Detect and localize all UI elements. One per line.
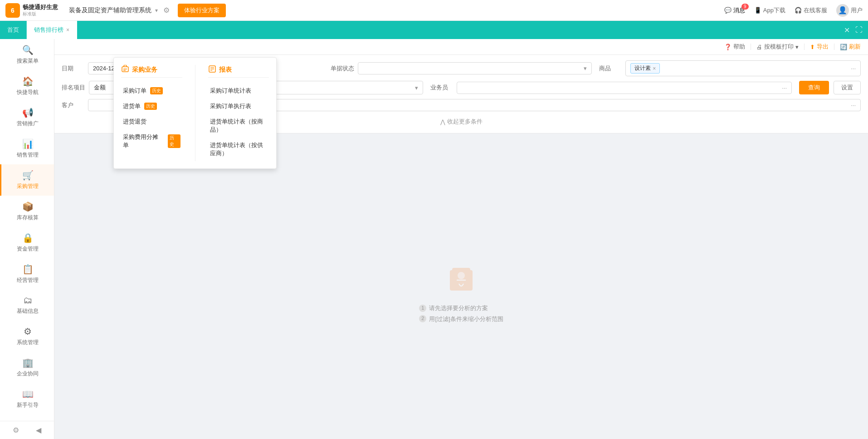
svg-text:6: 6 (11, 7, 15, 14)
operation-icon: 📋 (22, 264, 34, 275)
top-header: 6 畅捷通好生意 标准版 装备及固定资产辅助管理系统 ▾ ⚙ 体验行业方案 💬 … (0, 0, 868, 21)
inventory-icon: 📦 (22, 201, 34, 212)
settings-icon[interactable]: ⚙ (163, 6, 170, 15)
sidebar-item-purchase[interactable]: 🛒 采购管理 (0, 164, 54, 196)
dropdown-order-stat[interactable]: 采购订单统计表 (208, 83, 269, 99)
sidebar-item-sales[interactable]: 📊 销售管理 (0, 133, 54, 164)
phone-icon: 📱 (754, 7, 761, 14)
message-icon: 💬 (724, 7, 731, 14)
sidebar-item-finance[interactable]: 🔒 资金管理 (0, 227, 54, 258)
print-button[interactable]: 🖨 按模板打印 ▾ (756, 43, 799, 51)
dropdown-order-exec[interactable]: 采购订单执行表 (208, 99, 269, 114)
report-col-icon (208, 65, 216, 74)
avatar: 👤 (836, 4, 849, 17)
purchase-col-title: 采购业务 (121, 65, 182, 78)
dropdown-cost[interactable]: 采购费用分摊单 历史 (121, 129, 182, 153)
close-tab-button[interactable]: ✕ (842, 24, 852, 36)
sidebar-item-quick-nav[interactable]: 🏠 快捷导航 (0, 70, 54, 102)
system-title: 装备及固定资产辅助管理系统 ▾ ⚙ 体验行业方案 (69, 4, 724, 17)
sales-icon: 📊 (22, 138, 34, 149)
marketing-icon: 📢 (22, 107, 34, 118)
sidebar-item-system[interactable]: ⚙ 系统管理 (0, 321, 54, 352)
finance-icon: 🔒 (22, 232, 34, 243)
message-area[interactable]: 💬 消息 9 (724, 6, 745, 15)
logo-text: 畅捷通好生意 标准版 (23, 4, 58, 17)
print-arrow-icon: ▾ (795, 44, 799, 50)
report-col-title: 报表 (208, 65, 269, 78)
dropdown-return[interactable]: 进货退货 (121, 114, 182, 129)
help-icon: ❓ (724, 44, 731, 50)
logo-area: 6 畅捷通好生意 标准版 (5, 3, 60, 18)
dropdown-menu: 采购业务 采购订单 历史 进货单 历史 进货退货 (113, 57, 277, 169)
refresh-button[interactable]: 🔄 刷新 (840, 43, 861, 51)
dropdown-incoming-stat-supplier[interactable]: 进货单统计表（按供应商） (208, 138, 269, 161)
toolbar-divider (751, 44, 751, 50)
home-icon: 🏠 (22, 76, 34, 87)
tab-sales-rank[interactable]: 销售排行榜 × (27, 21, 77, 39)
header-right: 💬 消息 9 📱 App下载 🎧 在线客服 👤 用户 (724, 4, 863, 17)
tab-home[interactable]: 首页 (0, 21, 27, 39)
toolbar-divider3 (834, 44, 834, 50)
main-layout: 🔍 搜索菜单 🏠 快捷导航 📢 营销推广 📊 销售管理 🛒 采购管理 📦 库存核… (0, 39, 868, 439)
export-button[interactable]: ⬆ 导出 (810, 43, 829, 51)
fullscreen-button[interactable]: ⛶ (853, 24, 864, 36)
sidebar-bottom: ⚙ ◀ (0, 421, 54, 439)
guide-icon: 📖 (22, 389, 34, 400)
refresh-icon: 🔄 (840, 44, 847, 50)
sidebar: 🔍 搜索菜单 🏠 快捷导航 📢 营销推广 📊 销售管理 🛒 采购管理 📦 库存核… (0, 39, 54, 439)
sidebar-item-search[interactable]: 🔍 搜索菜单 (0, 39, 54, 70)
purchase-col-icon (121, 65, 129, 74)
tab-bar: 首页 销售排行榜 × ✕ ⛶ (0, 21, 868, 39)
enterprise-icon: 🏢 (22, 357, 34, 368)
sidebar-item-guide[interactable]: 📖 新手引导 (0, 383, 54, 414)
dropdown-incoming[interactable]: 进货单 历史 (121, 99, 182, 114)
sidebar-item-inventory[interactable]: 📦 库存核算 (0, 196, 54, 227)
history-badge-2: 历史 (144, 103, 157, 110)
help-button[interactable]: ❓ 帮助 (724, 43, 745, 51)
dropdown-incoming-stat-goods[interactable]: 进货单统计表（按商品） (208, 114, 269, 138)
online-service[interactable]: 🎧 在线客服 (795, 6, 827, 15)
toolbar-divider2 (804, 44, 805, 50)
toolbar: ❓ 帮助 🖨 按模板打印 ▾ ⬆ 导出 🔄 刷新 (54, 39, 868, 55)
tab-close-icon[interactable]: × (66, 27, 69, 33)
sidebar-settings-button[interactable]: ⚙ (13, 426, 19, 434)
industry-button[interactable]: 体验行业方案 (178, 4, 226, 17)
content-area: ❓ 帮助 🖨 按模板打印 ▾ ⬆ 导出 🔄 刷新 (54, 39, 868, 439)
sidebar-collapse-button[interactable]: ◀ (36, 426, 41, 434)
history-badge-1: 历史 (150, 87, 163, 94)
logo-icon: 6 (5, 3, 20, 18)
sidebar-item-basic-info[interactable]: 🗂 基础信息 (0, 290, 54, 321)
system-icon: ⚙ (24, 326, 32, 337)
sidebar-item-operation[interactable]: 📋 经营管理 (0, 258, 54, 290)
dropdown-overlay: 采购业务 采购订单 历史 进货单 历史 进货退货 (54, 57, 868, 439)
tab-actions: ✕ ⛶ (842, 24, 868, 36)
app-download[interactable]: 📱 App下载 (754, 6, 785, 15)
purchase-icon: 🛒 (22, 170, 34, 181)
purchase-col: 采购业务 采购订单 历史 进货单 历史 进货退货 (121, 65, 182, 161)
title-chevron-icon[interactable]: ▾ (155, 7, 158, 14)
history-badge-4: 历史 (168, 134, 180, 148)
export-icon: ⬆ (810, 44, 815, 50)
user-area[interactable]: 👤 用户 (836, 4, 863, 17)
dropdown-cols: 采购业务 采购订单 历史 进货单 历史 进货退货 (121, 65, 269, 161)
basic-info-icon: 🗂 (23, 295, 32, 306)
search-icon: 🔍 (22, 44, 34, 55)
dropdown-purchase-order[interactable]: 采购订单 历史 (121, 83, 182, 99)
report-col: 报表 采购订单统计表 采购订单执行表 进货单统计表（按商品） 进货单统计表（按供 (208, 65, 269, 161)
sidebar-item-enterprise[interactable]: 🏢 企业协同 (0, 352, 54, 383)
print-icon: 🖨 (756, 44, 762, 50)
sidebar-item-marketing[interactable]: 📢 营销推广 (0, 102, 54, 133)
headset-icon: 🎧 (795, 7, 802, 14)
dropdown-divider (195, 65, 195, 161)
